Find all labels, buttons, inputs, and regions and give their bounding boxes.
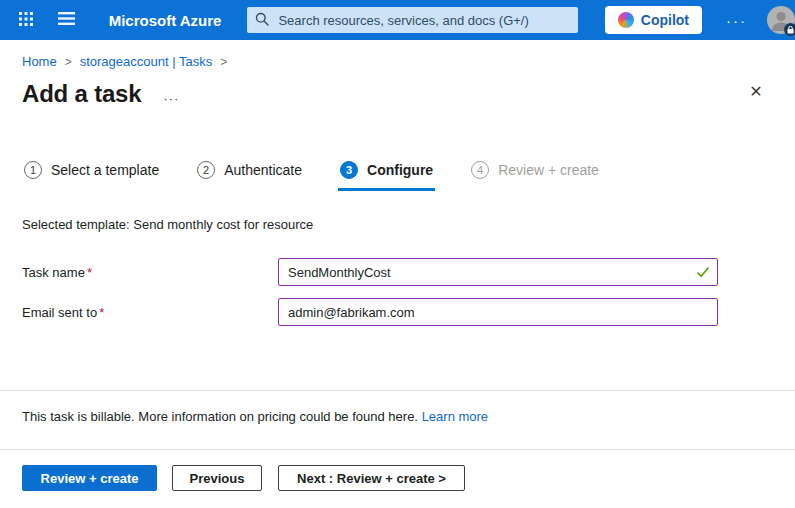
step-3-badge: 3 — [340, 161, 358, 179]
account-avatar[interactable] — [767, 6, 795, 34]
step-4-badge: 4 — [471, 161, 489, 179]
page-more-button[interactable]: ··· — [163, 91, 179, 106]
wizard-step-tabs: 1 Select a template 2 Authenticate 3 Con… — [22, 161, 773, 191]
chevron-right-icon: > — [65, 55, 72, 69]
apps-grid-button[interactable] — [10, 0, 42, 40]
product-logo-text[interactable]: Microsoft Azure — [109, 12, 222, 29]
search-icon — [255, 12, 269, 29]
review-create-button[interactable]: Review + create — [22, 465, 157, 491]
tab-select-a-template[interactable]: 1 Select a template — [22, 161, 161, 191]
chevron-right-icon: > — [220, 55, 227, 69]
step-2-badge: 2 — [197, 161, 215, 179]
billing-note-text: This task is billable. More information … — [22, 409, 418, 424]
next-review-create-button[interactable]: Next : Review + create > — [278, 465, 465, 491]
footer-actions: Review + create Previous Next : Review +… — [0, 450, 795, 491]
copilot-button[interactable]: Copilot — [605, 6, 702, 34]
content-divider — [0, 390, 795, 391]
email-sent-to-label: Email sent to* — [22, 305, 278, 320]
step-1-label: Select a template — [51, 162, 159, 178]
step-4-label: Review + create — [498, 162, 599, 178]
copilot-icon — [618, 12, 634, 28]
close-icon[interactable]: ✕ — [745, 80, 767, 102]
search-input[interactable] — [276, 12, 569, 29]
step-3-label: Configure — [367, 162, 433, 178]
learn-more-link[interactable]: Learn more — [422, 409, 488, 424]
task-name-row: Task name* — [22, 258, 773, 286]
task-name-label: Task name* — [22, 265, 278, 280]
tab-authenticate[interactable]: 2 Authenticate — [195, 161, 304, 191]
lock-icon — [784, 23, 795, 36]
page-header: Add a task ··· — [0, 69, 795, 109]
email-sent-to-label-text: Email sent to — [22, 305, 97, 320]
previous-button[interactable]: Previous — [172, 465, 262, 491]
breadcrumb-storageaccount-tasks-link[interactable]: storageaccount | Tasks — [80, 54, 213, 69]
required-asterisk: * — [87, 265, 92, 280]
configure-form: Task name* Email sent to* — [22, 258, 773, 326]
copilot-label: Copilot — [641, 12, 689, 28]
billing-note: This task is billable. More information … — [22, 409, 773, 424]
email-sent-to-input[interactable] — [278, 298, 718, 326]
tab-configure[interactable]: 3 Configure — [338, 161, 435, 191]
global-search-box[interactable] — [247, 7, 577, 33]
step-2-label: Authenticate — [224, 162, 302, 178]
topbar-more-button[interactable]: ··· — [722, 8, 751, 33]
page-title: Add a task — [22, 80, 141, 108]
step-1-badge: 1 — [24, 161, 42, 179]
breadcrumb: Home > storageaccount | Tasks > — [0, 40, 795, 69]
task-name-input[interactable] — [278, 258, 718, 286]
task-name-input-wrap — [278, 258, 718, 286]
hamburger-icon — [58, 12, 75, 28]
selected-template-text: Selected template: Send monthly cost for… — [22, 217, 773, 232]
breadcrumb-home-link[interactable]: Home — [22, 54, 57, 69]
task-name-label-text: Task name — [22, 265, 85, 280]
apps-grid-icon — [19, 12, 33, 29]
tab-review-create[interactable]: 4 Review + create — [469, 161, 601, 191]
azure-top-bar: Microsoft Azure Copilot ··· — [0, 0, 795, 40]
email-input-wrap — [278, 298, 718, 326]
required-asterisk: * — [99, 305, 104, 320]
email-sent-to-row: Email sent to* — [22, 298, 773, 326]
menu-button[interactable] — [50, 0, 82, 40]
valid-check-icon — [696, 265, 710, 279]
